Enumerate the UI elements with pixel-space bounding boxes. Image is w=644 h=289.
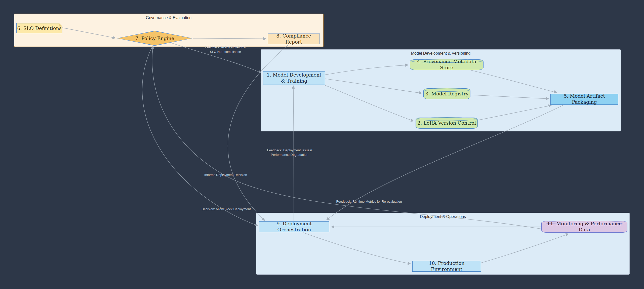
node-label: 2. LoRA Version Control — [416, 120, 477, 126]
edge-lora-to-packaging — [478, 105, 551, 120]
node-label: 8. Compliance Report — [268, 33, 319, 45]
edge-label-informs-decision: Informs Deployment Decision — [204, 173, 247, 177]
node-model-development-training: 1. Model Development & Training — [263, 71, 325, 85]
edge-label-deployment-issues: Feedback: Deployment Issues/ Performance… — [267, 148, 312, 157]
node-provenance-metadata-store: 4. Provenance Metadata Store — [410, 59, 484, 70]
edge-label-runtime-metrics: Feedback: Runtime Metrics for Re-evaluat… — [336, 199, 402, 204]
edge-registry-to-packaging — [471, 95, 549, 99]
edge-slo-to-policy — [62, 28, 115, 38]
edge-label-allow-block: Decision: Allow/Block Deployment — [202, 207, 251, 211]
node-label: 1. Model Development & Training — [263, 72, 325, 84]
node-label: 11. Monitoring & Performance Data — [542, 221, 627, 233]
node-slo-definitions: 6. SLO Definitions — [16, 23, 62, 33]
edge-modeldev-to-provenance — [325, 65, 408, 75]
node-compliance-report: 8. Compliance Report — [268, 33, 320, 44]
node-model-artifact-packaging: 5. Model Artifact Packaging — [550, 94, 618, 105]
diagram-canvas: { "diagram": { "background_color": "#2d3… — [0, 0, 644, 289]
node-monitoring-performance-data: 11. Monitoring & Performance Data — [541, 221, 627, 233]
node-label: 6. SLO Definitions — [17, 25, 61, 31]
edge-production-to-monitoring — [481, 234, 569, 263]
node-label: 5. Model Artifact Packaging — [551, 93, 618, 105]
edge-modeldev-to-lora — [324, 85, 414, 121]
node-label: 9. Deployment Orchestration — [259, 221, 329, 233]
edge-provenance-to-packaging — [471, 70, 557, 93]
edge-orchestration-to-production — [303, 233, 411, 264]
node-deployment-orchestration: 9. Deployment Orchestration — [259, 221, 329, 232]
edge-policy-to-compliance — [193, 38, 266, 39]
node-label: 4. Provenance Metadata Store — [410, 59, 483, 71]
edge-policy-to-orchestration — [142, 46, 258, 226]
edge-layer — [0, 0, 644, 289]
edge-label-policy-violations: Feedback: Policy Violations/ SLO Non-com… — [205, 45, 246, 54]
node-label: 3. Model Registry — [424, 91, 470, 97]
node-label: 10. Production Environment — [413, 260, 481, 272]
edge-modeldev-to-registry — [325, 79, 422, 93]
node-model-registry: 3. Model Registry — [423, 88, 470, 99]
node-production-environment: 10. Production Environment — [412, 261, 481, 272]
node-lora-version-control: 2. LoRA Version Control — [416, 118, 478, 129]
